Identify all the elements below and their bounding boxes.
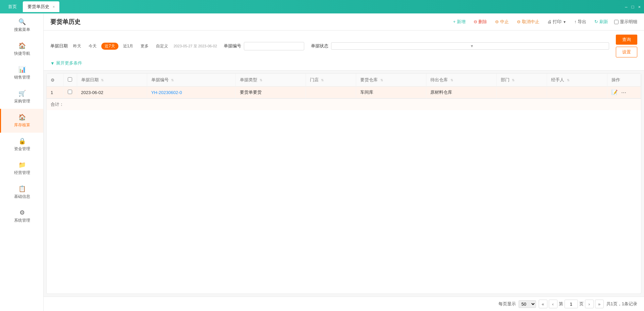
status-filter-group: 单据状态 ▼ [311,42,609,50]
filter-settings-button[interactable]: 设置 [616,47,637,57]
main-layout: 🔍 搜索菜单 🏠 快捷导航 📊 销售管理 🛒 采购管理 🏠 库存核算 🔒 资金管… [0,13,644,311]
date-filter-group: 单据日期 昨天 今天 近7天 近1月 更多 自定义 2023-05-27 至 2… [50,43,217,50]
date-btn-7days[interactable]: 近7天 [101,43,118,50]
sidebar-item-basic-info-label: 基础信息 [14,194,30,199]
first-page-button[interactable]: « [539,300,547,308]
sales-mgmt-icon: 📊 [18,66,26,73]
tab-close-icon[interactable]: × [53,5,55,9]
sidebar-item-inventory[interactable]: 🏠 库存核算 [0,109,43,133]
row-checkbox-1[interactable] [68,90,72,94]
page-label-suffix: 页 [579,301,584,307]
date-btn-custom[interactable]: 自定义 [153,43,171,50]
quick-nav-icon: 🏠 [18,42,26,49]
home-tab-label: 首页 [8,4,17,10]
window-controls: – □ × [625,4,641,9]
export-button[interactable]: ↑ 导出 [572,17,588,26]
delete-button[interactable]: ⊖ 删除 [472,17,489,26]
page-input[interactable] [565,300,578,308]
date-btn-today[interactable]: 今天 [86,43,99,50]
date-btn-yesterday[interactable]: 昨天 [70,43,84,50]
purchase-mgmt-icon: 🛒 [18,90,26,97]
data-table: ⚙ 单据日期 ⇅ 单据编号 ⇅ [47,74,641,98]
sidebar-item-ops-mgmt[interactable]: 📁 经营管理 [0,157,43,180]
sidebar-item-sys-mgmt-label: 系统管理 [14,218,30,223]
cell-department-1 [496,87,547,98]
minimize-button[interactable]: – [625,4,627,9]
yh-history-tab-label: 要货单历史 [28,4,49,10]
display-detail-toggle[interactable]: 显示明细 [614,19,637,25]
maximize-button[interactable]: □ [632,4,634,9]
cell-shop-1 [306,87,356,98]
sidebar-item-search-menu-label: 搜索菜单 [14,27,30,33]
content-area: 要货单历史 + 新增 ⊖ 删除 ⊖ 中止 ⊖ 取消中止 🖨 打印 ▼ [44,13,644,311]
sidebar-item-basic-info[interactable]: 📋 基础信息 [0,180,43,204]
th-doc-no[interactable]: 单据编号 ⇅ [147,74,235,87]
doc-no-link-1[interactable]: YH-20230602-0 [151,90,182,95]
th-handler-sort-icon: ⇅ [567,78,570,82]
th-date[interactable]: 单据日期 ⇅ [77,74,147,87]
row-more-icon-1[interactable]: ⋯ [621,89,626,95]
sidebar-item-sales-mgmt[interactable]: 📊 销售管理 [0,61,43,85]
display-detail-checkbox[interactable] [614,20,619,24]
th-department-label: 部门 [501,77,509,82]
date-btn-1month[interactable]: 近1月 [120,43,136,50]
expand-more-btn[interactable]: ▼ 展开更多条件 [50,60,637,66]
tab-home[interactable]: 首页 [3,1,21,12]
print-dropdown-icon[interactable]: ▼ [563,20,566,24]
page-header: 要货单历史 + 新增 ⊖ 删除 ⊖ 中止 ⊖ 取消中止 🖨 打印 ▼ [44,13,644,31]
th-settings: ⚙ [47,74,63,87]
next-page-button[interactable]: › [585,300,594,308]
cell-doc-no-1: YH-20230602-0 [147,87,235,98]
th-doc-type[interactable]: 单据类型 ⇅ [235,74,306,87]
th-operation: 操作 [607,74,641,87]
basic-info-icon: 📋 [18,185,26,192]
table-area: ⚙ 单据日期 ⇅ 单据编号 ⇅ [46,73,641,294]
close-button[interactable]: × [638,4,641,9]
last-page-button[interactable]: » [595,300,604,308]
status-filter-label: 单据状态 [311,43,328,49]
query-button[interactable]: 查询 [616,35,637,45]
th-doc-type-label: 单据类型 [240,77,257,82]
sidebar-item-quick-nav[interactable]: 🏠 快捷导航 [0,37,43,61]
finance-mgmt-icon: 🔒 [18,137,26,145]
filter-actions: 查询 设置 [616,35,637,57]
row-edit-icon-1[interactable]: 📝 [611,89,618,95]
stop-button[interactable]: ⊖ 中止 [493,17,511,26]
total-records-text: 共1页，1条记录 [606,301,637,307]
cancel-stop-button[interactable]: ⊖ 取消中止 [515,17,541,26]
th-req-warehouse-label: 要货仓库 [360,77,378,82]
th-doc-no-label: 单据编号 [151,77,169,82]
cell-pending-warehouse-1: 原材料仓库 [426,87,496,98]
page-size-select[interactable]: 20 50 100 [519,300,536,308]
th-doc-no-sort-icon: ⇅ [171,78,174,82]
th-pending-warehouse[interactable]: 待出仓库 ⇅ [426,74,496,87]
sidebar-item-finance-mgmt[interactable]: 🔒 资金管理 [0,133,43,157]
date-btn-more[interactable]: 更多 [138,43,151,50]
export-button-label: ↑ 导出 [574,19,586,25]
table-settings-icon[interactable]: ⚙ [51,78,55,83]
status-select[interactable]: ▼ [331,42,609,50]
th-shop-sort-icon: ⇅ [321,78,324,82]
prev-page-button[interactable]: ‹ [549,300,557,308]
sidebar-item-sys-mgmt[interactable]: ⚙ 系统管理 [0,204,43,228]
th-req-warehouse[interactable]: 要货仓库 ⇅ [356,74,426,87]
date-filter-options: 昨天 今天 近7天 近1月 更多 自定义 [70,43,171,50]
cell-handler-1 [547,87,607,98]
sidebar-item-search-menu[interactable]: 🔍 搜索菜单 [0,13,43,37]
sidebar-item-purchase-mgmt[interactable]: 🛒 采购管理 [0,85,43,109]
select-all-checkbox[interactable] [68,77,72,82]
print-button[interactable]: 🖨 打印 ▼ [545,17,569,26]
new-button[interactable]: + 新增 [451,17,468,26]
sidebar-item-finance-mgmt-label: 资金管理 [14,146,30,152]
tab-yh-history[interactable]: 要货单历史 × [23,1,59,12]
th-department-sort-icon: ⇅ [512,78,515,82]
doc-no-input[interactable] [244,42,304,50]
cell-req-warehouse-1: 车间库 [356,87,426,98]
th-pending-warehouse-sort-icon: ⇅ [450,78,453,82]
sidebar-item-sales-mgmt-label: 销售管理 [14,75,30,80]
th-department[interactable]: 部门 ⇅ [496,74,547,87]
th-shop[interactable]: 门店 ⇅ [306,74,356,87]
refresh-button[interactable]: ↻ 刷新 [592,17,610,26]
print-button-label: 🖨 打印 [547,19,562,25]
th-handler[interactable]: 经手人 ⇅ [547,74,607,87]
